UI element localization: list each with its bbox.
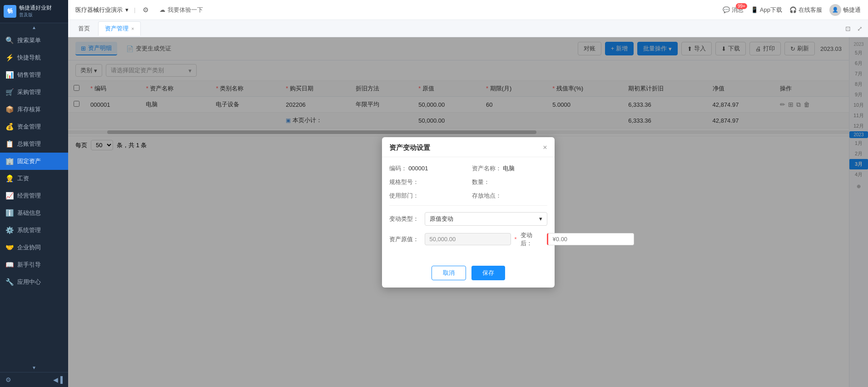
dialog-original-value-label: 资产原值：	[389, 235, 421, 243]
dialog-code-value: 000001	[408, 165, 428, 172]
modal-overlay: 资产变动设置 × 编码： 000001 资产名称： 电脑	[68, 37, 868, 387]
dialog-code-field: 编码： 000001	[389, 164, 465, 173]
sidebar-item-label: 搜索菜单	[17, 36, 41, 45]
sidebar-item-label: 工资	[17, 174, 29, 183]
app-edition: 普及版	[19, 12, 52, 18]
collab-icon: 🤝	[5, 243, 14, 252]
dialog-spec-label: 规格型号：	[389, 179, 419, 185]
sidebar-item-payroll[interactable]: 👷 工资	[0, 170, 68, 187]
dialog-spec-field: 规格型号：	[389, 178, 465, 186]
sidebar-item-label: 资金管理	[17, 123, 41, 131]
sidebar-scroll-down[interactable]: ▼	[0, 363, 68, 372]
dialog-value-row: 资产原值： * 变动后：	[389, 231, 547, 248]
sidebar-item-label: 库存核算	[17, 105, 41, 114]
collapse-icon[interactable]: ◀▐	[53, 376, 63, 383]
company-selector[interactable]: 医疗器械行业演示 ▾	[75, 6, 129, 14]
settings-bottom-icon[interactable]: ⚙	[5, 376, 11, 383]
tab-close-icon[interactable]: ×	[131, 26, 134, 31]
settings-icon[interactable]: ⚙	[143, 6, 149, 14]
sidebar-item-quick-nav[interactable]: ⚡ 快捷导航	[0, 49, 68, 66]
online-service-btn[interactable]: 🎧 在线客服	[789, 6, 822, 14]
cancel-button[interactable]: 取消	[432, 266, 466, 280]
dialog-asset-name-label: 资产名称：	[472, 165, 501, 172]
feedback-icon: ☁	[159, 6, 165, 13]
feedback-text: 我要体验一下	[168, 6, 203, 14]
sidebar-item-label: 新手引导	[17, 261, 41, 269]
tab-asset-management[interactable]: 资产管理 ×	[98, 21, 141, 36]
fixed-assets-icon: 🏢	[5, 157, 14, 165]
sidebar-item-collab[interactable]: 🤝 企业协同	[0, 239, 68, 256]
sidebar-item-inventory[interactable]: 📦 库存核算	[0, 101, 68, 118]
dialog-dept-field: 使用部门：	[389, 192, 465, 200]
sidebar-item-fixed-assets[interactable]: 🏢 固定资产	[0, 153, 68, 170]
dialog-original-value-input[interactable]	[425, 233, 511, 245]
guide-icon: 📖	[5, 261, 14, 269]
tabbar-expand-icon[interactable]: ⤢	[855, 23, 864, 34]
dialog-close-button[interactable]: ×	[543, 144, 547, 152]
system-icon: ⚙️	[5, 226, 14, 234]
dialog-info-row2: 规格型号： 数量：	[389, 178, 547, 186]
message-btn[interactable]: 💬 消息 99+	[723, 6, 744, 14]
dialog-body: 编码： 000001 资产名称： 电脑 规格型号：	[382, 157, 555, 260]
topbar-right: 💬 消息 99+ 📱 App下载 🎧 在线客服 👤 畅捷通	[723, 4, 861, 16]
sidebar-item-label: 总账管理	[17, 140, 41, 148]
dialog-change-type-row: 变动类型： 原值变动 ▾	[389, 212, 547, 226]
save-label: 保存	[482, 269, 494, 276]
inventory-icon: 📦	[5, 105, 14, 114]
dialog-divider	[389, 205, 547, 206]
app-logo-icon: 畅	[4, 5, 16, 18]
sidebar-item-label: 企业协同	[17, 243, 41, 252]
dialog-change-type-arrow: ▾	[539, 215, 542, 222]
sidebar-item-purchase[interactable]: 🛒 采购管理	[0, 84, 68, 101]
sidebar-item-guide[interactable]: 📖 新手引导	[0, 256, 68, 273]
sidebar: 畅 畅捷通好业财 普及版 ▲ 🔍 搜索菜单 ⚡ 快捷导航 📊 销售管理 🛒 采购…	[0, 0, 68, 387]
search-icon: 🔍	[5, 36, 14, 45]
message-badge: 99+	[736, 3, 747, 9]
sidebar-item-search[interactable]: 🔍 搜索菜单	[0, 32, 68, 49]
purchase-icon: 🛒	[5, 88, 14, 96]
tab-home[interactable]: 首页	[72, 22, 96, 35]
save-button[interactable]: 保存	[471, 266, 505, 280]
cancel-label: 取消	[443, 269, 455, 276]
message-icon: 💬	[723, 6, 730, 13]
app-download-label: App下载	[760, 6, 782, 14]
tab-asset-label: 资产管理	[105, 25, 129, 33]
tabbar-window-icon[interactable]: ⊡	[843, 23, 853, 34]
company-dropdown-icon: ▾	[125, 6, 129, 13]
service-icon: 🎧	[789, 6, 797, 13]
sidebar-item-label: 采购管理	[17, 88, 41, 96]
ledger-icon: 📋	[5, 140, 14, 148]
sidebar-item-finance[interactable]: 💰 资金管理	[0, 118, 68, 135]
tab-home-label: 首页	[78, 25, 90, 33]
sidebar-item-label: 销售管理	[17, 71, 41, 79]
dialog-after-change-input[interactable]	[547, 233, 634, 245]
sidebar-nav: 🔍 搜索菜单 ⚡ 快捷导航 📊 销售管理 🛒 采购管理 📦 库存核算 💰 资金管…	[0, 32, 68, 363]
username: 畅捷通	[843, 6, 861, 14]
sidebar-item-label: 基础信息	[17, 209, 41, 217]
sidebar-item-basic-info[interactable]: ℹ️ 基础信息	[0, 204, 68, 222]
app-download-btn[interactable]: 📱 App下载	[751, 6, 782, 14]
sidebar-item-label: 应用中心	[17, 278, 41, 286]
sidebar-item-operations[interactable]: 📈 经营管理	[0, 187, 68, 204]
sidebar-scroll-up[interactable]: ▲	[0, 23, 68, 32]
sidebar-item-sales[interactable]: 📊 销售管理	[0, 66, 68, 84]
sidebar-item-ledger[interactable]: 📋 总账管理	[0, 135, 68, 153]
sidebar-bottom: ⚙ ◀▐	[0, 372, 68, 387]
operations-icon: 📈	[5, 192, 14, 200]
dialog-location-field: 存放地点：	[472, 192, 547, 200]
sidebar-header: 畅 畅捷通好业财 普及版	[0, 0, 68, 23]
app-center-icon: 🔧	[5, 278, 14, 286]
dialog-info-row3: 使用部门： 存放地点：	[389, 192, 547, 200]
content-area: ⊞ 资产明细 📄 变更生成凭证 对账 + 新增	[68, 37, 868, 387]
sidebar-item-app-center[interactable]: 🔧 应用中心	[0, 273, 68, 291]
sidebar-item-system[interactable]: ⚙️ 系统管理	[0, 222, 68, 239]
dialog-change-type-value: 原值变动	[430, 215, 453, 223]
main-area: 医疗器械行业演示 ▾ | ⚙ ☁ 我要体验一下 💬 消息 99+ 📱 App下载…	[68, 0, 868, 387]
dialog-change-type-select[interactable]: 原值变动 ▾	[425, 212, 547, 226]
tabbar: 首页 资产管理 × ⊡ ⤢	[68, 20, 868, 37]
basic-info-icon: ℹ️	[5, 209, 14, 217]
feedback-btn[interactable]: ☁ 我要体验一下	[159, 6, 203, 14]
dialog-header: 资产变动设置 ×	[382, 137, 555, 157]
user-menu[interactable]: 👤 畅捷通	[829, 4, 861, 16]
dialog-title: 资产变动设置	[389, 144, 430, 152]
